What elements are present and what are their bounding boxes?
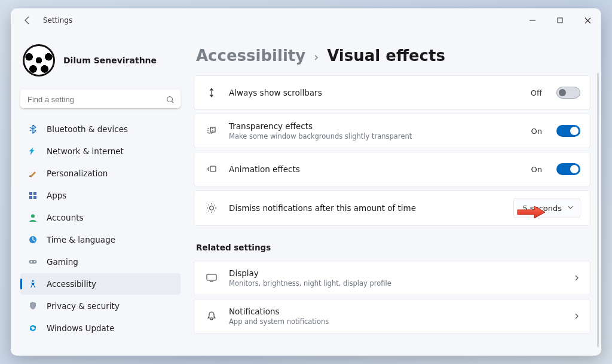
chevron-down-icon <box>567 204 574 213</box>
sidebar: Dilum Senevirathne Bluetooth & devices <box>11 32 190 356</box>
breadcrumb-parent[interactable]: Accessibility <box>196 47 305 65</box>
breadcrumb: Accessibility › Visual effects <box>196 47 590 65</box>
titlebar: Settings <box>11 8 601 32</box>
window-title: Settings <box>43 16 72 25</box>
setting-scrollbars: Always show scrollbars Off <box>194 75 590 110</box>
sidebar-item-apps[interactable]: Apps <box>20 185 180 206</box>
chevron-right-icon <box>573 273 580 284</box>
sidebar-item-label: Apps <box>47 191 66 200</box>
search-box <box>20 90 180 109</box>
back-button[interactable] <box>18 11 37 30</box>
sidebar-item-label: Gaming <box>47 257 78 267</box>
svg-rect-13 <box>210 166 216 172</box>
svg-rect-15 <box>207 274 216 280</box>
maximize-button[interactable] <box>546 10 574 31</box>
privacy-icon <box>27 301 38 311</box>
accounts-icon <box>27 212 38 223</box>
setting-title: Always show scrollbars <box>229 88 322 97</box>
sidebar-item-time[interactable]: Time & language <box>20 229 180 250</box>
setting-subtitle: Make some window backgrounds slightly tr… <box>229 132 412 140</box>
related-display[interactable]: Display Monitors, brightness, night ligh… <box>194 261 590 295</box>
profile-name: Dilum Senevirathne <box>63 56 157 65</box>
transparency-toggle[interactable] <box>556 125 580 137</box>
scrollbars-toggle[interactable] <box>556 87 580 99</box>
setting-title: Transparency effects <box>229 121 412 131</box>
personalization-icon <box>27 168 38 179</box>
accessibility-icon <box>27 279 38 289</box>
setting-title: Dismiss notifications after this amount … <box>229 203 416 213</box>
scrollbars-icon <box>204 88 219 97</box>
search-input[interactable] <box>20 90 180 109</box>
chevron-right-icon <box>573 311 580 322</box>
svg-point-1 <box>167 97 173 102</box>
search-icon <box>166 95 175 103</box>
dismiss-icon <box>204 203 219 213</box>
setting-transparency: Transparency effects Make some window ba… <box>194 114 590 148</box>
svg-rect-2 <box>29 192 32 195</box>
breadcrumb-current: Visual effects <box>327 47 445 65</box>
main-content: Accessibility › Visual effects Always sh… <box>190 32 601 356</box>
notifications-icon <box>204 311 219 322</box>
setting-animation: Animation effects On <box>194 152 590 186</box>
scrollbar[interactable] <box>597 73 599 347</box>
network-icon <box>27 146 38 157</box>
avatar <box>23 44 55 77</box>
sidebar-item-label: Accessibility <box>47 279 96 289</box>
sidebar-item-label: Personalization <box>47 169 108 178</box>
sidebar-item-accessibility[interactable]: Accessibility <box>20 273 180 295</box>
animation-toggle[interactable] <box>556 163 580 175</box>
sidebar-item-label: Privacy & security <box>47 301 120 311</box>
sidebar-item-label: Bluetooth & devices <box>47 124 128 134</box>
sidebar-item-network[interactable]: Network & internet <box>20 140 180 162</box>
toggle-state-label: Off <box>531 88 542 97</box>
sidebar-item-label: Accounts <box>47 213 84 222</box>
link-subtitle: App and system notifications <box>229 317 329 326</box>
sidebar-item-privacy[interactable]: Privacy & security <box>20 295 180 317</box>
sidebar-item-accounts[interactable]: Accounts <box>20 207 180 228</box>
toggle-state-label: On <box>531 165 542 174</box>
sidebar-item-personalization[interactable]: Personalization <box>20 163 180 184</box>
link-title: Display <box>229 268 391 278</box>
sidebar-item-update[interactable]: Windows Update <box>20 317 180 339</box>
display-icon <box>204 274 219 282</box>
toggle-state-label: On <box>531 127 542 136</box>
select-value: 5 seconds <box>522 204 562 213</box>
setting-dismiss-notifications: Dismiss notifications after this amount … <box>194 190 590 226</box>
svg-rect-0 <box>558 18 562 23</box>
link-subtitle: Monitors, brightness, night light, displ… <box>229 279 391 287</box>
svg-rect-8 <box>29 260 37 264</box>
sidebar-item-gaming[interactable]: Gaming <box>20 251 180 273</box>
svg-point-10 <box>32 280 33 282</box>
svg-point-6 <box>31 215 35 218</box>
gaming-icon <box>27 256 38 267</box>
chevron-right-icon: › <box>314 50 319 64</box>
setting-title: Animation effects <box>229 164 300 174</box>
transparency-icon <box>204 126 219 136</box>
close-button[interactable] <box>574 10 601 31</box>
update-icon <box>27 323 38 334</box>
related-notifications[interactable]: Notifications App and system notificatio… <box>194 299 590 334</box>
sidebar-item-label: Windows Update <box>47 323 114 333</box>
apps-icon <box>27 190 38 201</box>
settings-cards: Always show scrollbars Off Transparency … <box>194 75 590 334</box>
svg-rect-4 <box>29 196 32 199</box>
link-title: Notifications <box>229 307 329 316</box>
dismiss-duration-select[interactable]: 5 seconds <box>513 198 580 218</box>
sidebar-nav: Bluetooth & devices Network & internet P… <box>20 118 180 339</box>
sidebar-item-bluetooth[interactable]: Bluetooth & devices <box>20 118 180 140</box>
minimize-button[interactable] <box>519 10 546 31</box>
animation-icon <box>204 164 219 174</box>
related-heading: Related settings <box>196 243 590 252</box>
time-icon <box>27 234 38 245</box>
svg-point-14 <box>210 206 214 210</box>
settings-window: Settings Dilum Senevirathne <box>11 8 601 356</box>
sidebar-item-label: Time & language <box>47 235 115 244</box>
sidebar-item-label: Network & internet <box>47 146 124 156</box>
svg-rect-5 <box>33 196 36 199</box>
svg-point-9 <box>34 261 35 262</box>
svg-rect-3 <box>33 192 36 195</box>
bluetooth-icon <box>27 124 38 134</box>
profile-block[interactable]: Dilum Senevirathne <box>20 38 180 87</box>
svg-rect-12 <box>210 127 215 132</box>
